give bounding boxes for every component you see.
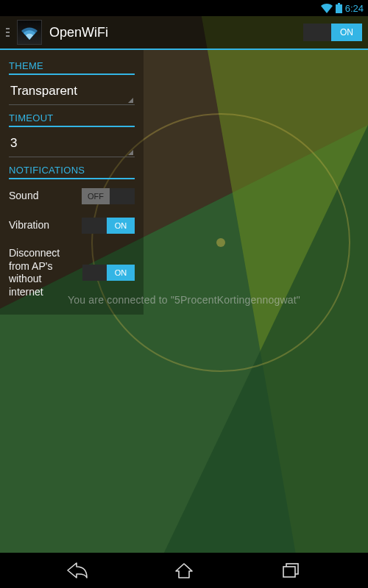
- timeout-value: 3: [10, 136, 17, 150]
- sound-label: Sound: [9, 190, 38, 203]
- home-button[interactable]: [155, 556, 213, 585]
- status-time: 6:24: [345, 3, 364, 14]
- toggle-knob-label: ON: [331, 24, 362, 41]
- svg-rect-10: [283, 567, 295, 577]
- connection-status: You are connected to "5ProcentKortingenn…: [0, 294, 368, 306]
- navigation-bar: [0, 553, 368, 588]
- theme-value: Transparent: [10, 84, 77, 98]
- wifi-status-icon: [321, 4, 333, 13]
- toggle-knob-label: ON: [107, 218, 135, 234]
- svg-rect-8: [338, 3, 340, 4]
- disconnect-label: Disconnect from AP's without internet: [9, 247, 77, 298]
- status-bar: 6:24: [0, 0, 368, 16]
- app-title: OpenWiFi: [49, 25, 296, 40]
- drawer-icon[interactable]: [6, 28, 10, 37]
- toggle-knob-label: OFF: [82, 188, 110, 204]
- vibration-toggle[interactable]: ON: [82, 218, 135, 234]
- disconnect-toggle[interactable]: ON: [82, 265, 135, 281]
- action-bar: OpenWiFi ON: [0, 16, 368, 50]
- battery-status-icon: [336, 3, 342, 13]
- section-theme-label: THEME: [9, 60, 135, 75]
- section-notifications-label: NOTIFICATIONS: [9, 165, 135, 179]
- svg-rect-7: [336, 4, 342, 13]
- master-toggle[interactable]: ON: [303, 24, 362, 41]
- toggle-knob-label: ON: [107, 265, 135, 281]
- sound-toggle[interactable]: OFF: [82, 188, 135, 204]
- theme-spinner[interactable]: Transparent: [9, 79, 135, 105]
- back-button[interactable]: [48, 556, 107, 585]
- settings-panel: THEME Transparent TIMEOUT 3 NOTIFICATION…: [0, 50, 144, 315]
- recents-button[interactable]: [261, 556, 320, 585]
- app-icon: [17, 20, 42, 45]
- timeout-spinner[interactable]: 3: [9, 132, 135, 157]
- section-timeout-label: TIMEOUT: [9, 112, 135, 127]
- vibration-label: Vibration: [9, 219, 49, 232]
